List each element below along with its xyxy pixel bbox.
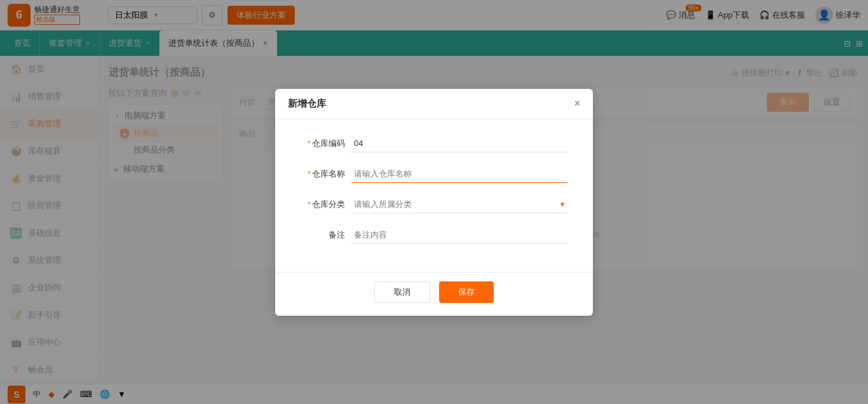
dialog-close-button[interactable]: × xyxy=(574,98,580,109)
dialog-title: 新增仓库 xyxy=(288,98,326,110)
remark-label: 备注 xyxy=(301,229,345,241)
dialog-body: 仓库编码 仓库名称 仓库分类 ▾ 备注 xyxy=(275,119,593,272)
form-row-name: 仓库名称 xyxy=(301,165,567,183)
name-label: 仓库名称 xyxy=(301,168,345,180)
code-input[interactable] xyxy=(351,135,567,152)
dropdown-icon: ▾ xyxy=(560,199,565,209)
add-warehouse-dialog: 新增仓库 × 仓库编码 仓库名称 仓库分类 ▾ xyxy=(275,89,593,316)
cancel-button[interactable]: 取消 xyxy=(374,281,430,303)
category-select-wrapper: ▾ xyxy=(351,196,567,213)
remark-input[interactable] xyxy=(351,226,567,244)
save-button[interactable]: 保存 xyxy=(439,281,494,303)
category-input[interactable] xyxy=(354,199,560,209)
category-label: 仓库分类 xyxy=(301,199,345,210)
form-row-remark: 备注 xyxy=(301,226,567,244)
modal-overlay: 新增仓库 × 仓库编码 仓库名称 仓库分类 ▾ xyxy=(0,0,868,404)
form-row-code: 仓库编码 xyxy=(301,135,567,152)
dialog-header: 新增仓库 × xyxy=(275,89,593,119)
code-label: 仓库编码 xyxy=(301,138,345,149)
dialog-footer: 取消 保存 xyxy=(275,272,593,316)
form-row-category: 仓库分类 ▾ xyxy=(301,196,567,213)
name-input[interactable] xyxy=(351,165,567,183)
